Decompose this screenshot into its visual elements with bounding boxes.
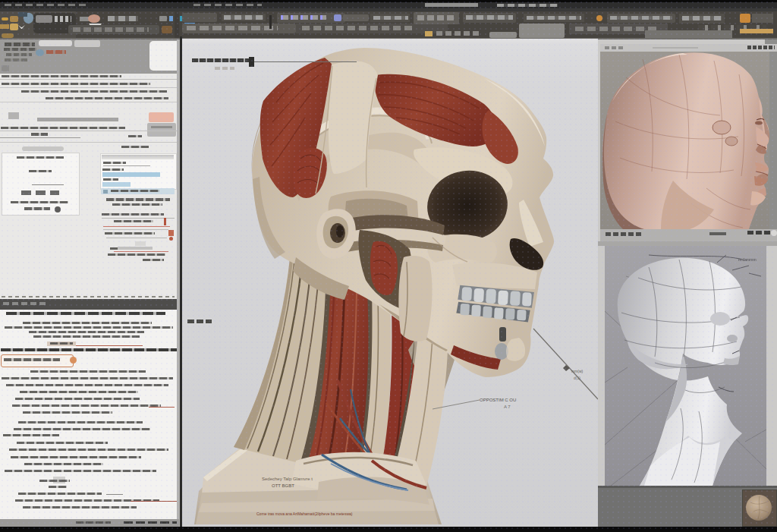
svg-text:d(1): d(1) [574, 376, 580, 380]
svg-text:Sedechey Talp Glamvre t: Sedechey Talp Glamvre t [262, 477, 313, 481]
svg-text:A 7: A 7 [504, 405, 511, 409]
svg-text:Corne tras mova ana ArtMahamat: Corne tras mova ana ArtMahamati(2ilpheve… [256, 512, 353, 516]
svg-text:OTT BGBT: OTT BGBT [272, 483, 294, 488]
svg-text:mm(w): mm(w) [571, 369, 584, 373]
svg-text:OPPOSTIM C OU: OPPOSTIM C OU [480, 398, 516, 402]
svg-text:m.dammm: m.dammm [738, 257, 757, 262]
